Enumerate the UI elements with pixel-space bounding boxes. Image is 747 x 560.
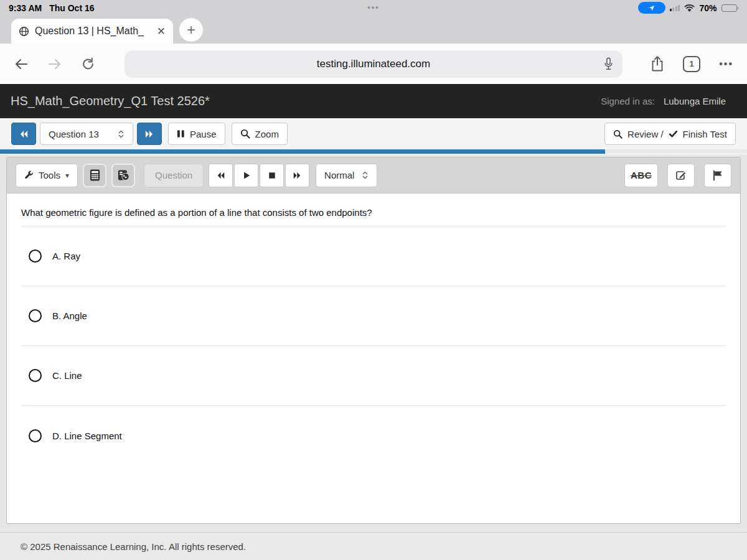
pause-label: Pause bbox=[190, 129, 217, 139]
wrench-icon bbox=[24, 170, 34, 180]
double-left-icon bbox=[19, 129, 29, 139]
question-text: What geometric figure is defined as a po… bbox=[21, 207, 726, 218]
audio-controls bbox=[209, 164, 309, 187]
pause-icon bbox=[177, 129, 185, 138]
option-label: A. Ray bbox=[52, 251, 80, 261]
answer-option-c[interactable]: C. Line bbox=[21, 346, 726, 406]
question-view-button[interactable]: Question bbox=[144, 164, 204, 187]
content-area: Tools ▾ bbox=[0, 154, 747, 524]
graphing-calculator-button[interactable] bbox=[111, 164, 135, 187]
radio-button[interactable] bbox=[29, 369, 42, 382]
calculator-icon bbox=[90, 169, 100, 181]
chevron-updown-icon bbox=[118, 129, 125, 139]
multitask-dots-icon: ••• bbox=[0, 2, 747, 12]
progress-fill bbox=[0, 149, 605, 154]
question-selector-value: Question 13 bbox=[49, 129, 99, 139]
tools-button[interactable]: Tools ▾ bbox=[16, 164, 78, 187]
copyright-text: © 2025 Renaissance Learning, Inc. All ri… bbox=[21, 541, 246, 552]
ipad-screen: 9:33 AM Thu Oct 16 ••• 70% bbox=[0, 0, 747, 560]
tabs-button[interactable]: 1 bbox=[683, 56, 700, 72]
answer-eliminator-button[interactable]: ABC bbox=[624, 164, 658, 187]
tab-title: Question 13 | HS_Math_ bbox=[35, 26, 151, 37]
question-card: Tools ▾ bbox=[6, 157, 741, 524]
caret-down-icon: ▾ bbox=[65, 171, 69, 180]
address-bar[interactable]: testing.illuminateed.com bbox=[125, 50, 622, 78]
question-area: What geometric figure is defined as a po… bbox=[7, 194, 740, 226]
tools-toolbar: Tools ▾ bbox=[7, 157, 740, 194]
magnifier-icon bbox=[240, 129, 250, 139]
previous-question-button[interactable] bbox=[11, 123, 36, 145]
zoom-label: Zoom bbox=[255, 129, 279, 139]
answer-option-d[interactable]: D. Line Segment bbox=[21, 406, 726, 465]
option-label: C. Line bbox=[52, 370, 82, 381]
review-finish-button[interactable]: Review / Finish Test bbox=[604, 123, 736, 145]
audio-play-button[interactable] bbox=[234, 164, 258, 187]
radio-button[interactable] bbox=[29, 250, 42, 263]
new-tab-button[interactable]: + bbox=[179, 18, 203, 42]
pencil-square-icon bbox=[675, 170, 687, 181]
radio-button[interactable] bbox=[29, 429, 42, 442]
double-right-icon bbox=[293, 171, 302, 180]
finish-label: Finish Test bbox=[683, 129, 727, 139]
review-label: Review / bbox=[627, 129, 664, 139]
notes-button[interactable] bbox=[667, 164, 695, 187]
calculator-button[interactable] bbox=[83, 164, 106, 187]
back-button[interactable] bbox=[14, 58, 29, 70]
location-services-pill bbox=[638, 2, 665, 14]
cellular-signal-icon bbox=[670, 4, 680, 11]
tab-bar: Question 13 | HS_Math_ ✕ + bbox=[0, 16, 747, 44]
check-icon bbox=[669, 129, 678, 138]
speed-value: Normal bbox=[324, 170, 354, 180]
answer-option-b[interactable]: B. Angle bbox=[21, 286, 726, 346]
pause-button[interactable]: Pause bbox=[168, 123, 225, 145]
answer-options: A. Ray B. Angle C. Line D. Line Segment bbox=[7, 226, 740, 465]
more-menu-icon[interactable]: ••• bbox=[719, 58, 733, 70]
flag-button[interactable] bbox=[704, 164, 731, 187]
browser-nav-bar: testing.illuminateed.com 1 ••• bbox=[0, 44, 747, 84]
option-label: D. Line Segment bbox=[52, 431, 122, 441]
audio-forward-button[interactable] bbox=[285, 164, 309, 187]
radio-button[interactable] bbox=[29, 309, 42, 322]
location-arrow-icon bbox=[648, 4, 655, 12]
next-question-button[interactable] bbox=[137, 123, 162, 145]
reload-button[interactable] bbox=[81, 57, 95, 71]
audio-stop-button[interactable] bbox=[260, 164, 284, 187]
flag-icon bbox=[712, 170, 723, 181]
copyright-footer: © 2025 Renaissance Learning, Inc. All ri… bbox=[0, 532, 747, 560]
wifi-icon bbox=[684, 4, 695, 12]
question-nav-toolbar: Question 13 Pause Zoom Review / Finish T… bbox=[0, 118, 747, 149]
stop-icon bbox=[268, 171, 276, 180]
double-left-icon bbox=[216, 171, 225, 180]
user-name: Lubunga Emile bbox=[664, 96, 726, 106]
forward-button[interactable] bbox=[47, 58, 62, 70]
question-selector[interactable]: Question 13 bbox=[40, 123, 133, 145]
signed-in-label: Signed in as: bbox=[601, 96, 655, 106]
zoom-button[interactable]: Zoom bbox=[232, 123, 288, 145]
test-title: HS_Math_Geometry_Q1 Test 2526* bbox=[11, 94, 210, 108]
test-progress-bar bbox=[0, 149, 747, 154]
double-right-icon bbox=[144, 129, 154, 139]
tools-label: Tools bbox=[39, 170, 60, 180]
question-view-label: Question bbox=[155, 170, 192, 180]
browser-tab[interactable]: Question 13 | HS_Math_ ✕ bbox=[11, 19, 173, 44]
audio-rewind-button[interactable] bbox=[209, 164, 233, 187]
globe-icon bbox=[19, 26, 29, 37]
url-text: testing.illuminateed.com bbox=[317, 58, 430, 70]
answer-eliminator-label: ABC bbox=[631, 170, 652, 180]
battery-icon bbox=[721, 4, 739, 12]
battery-percent: 70% bbox=[699, 3, 716, 13]
share-icon[interactable] bbox=[651, 55, 664, 72]
microphone-icon[interactable] bbox=[604, 57, 613, 71]
chevron-updown-icon bbox=[362, 170, 369, 180]
option-label: B. Angle bbox=[52, 310, 87, 321]
test-header: HS_Math_Geometry_Q1 Test 2526* Signed in… bbox=[0, 84, 747, 118]
play-icon bbox=[242, 171, 251, 180]
speed-selector[interactable]: Normal bbox=[316, 164, 377, 187]
status-bar: 9:33 AM Thu Oct 16 ••• 70% bbox=[0, 0, 747, 16]
answer-option-a[interactable]: A. Ray bbox=[21, 226, 726, 286]
tab-close-icon[interactable]: ✕ bbox=[157, 25, 166, 38]
magnifier-icon bbox=[613, 129, 622, 139]
graphing-calculator-icon bbox=[118, 169, 129, 181]
